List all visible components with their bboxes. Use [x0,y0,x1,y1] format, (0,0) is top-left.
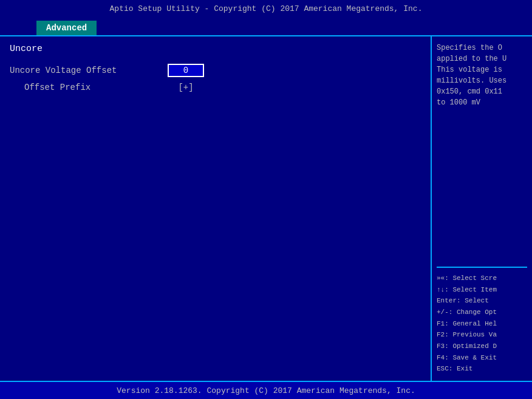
right-panel: Specifies the O applied to the U This vo… [432,36,532,381]
offset-prefix-row: Offset Prefix [+] [10,82,421,93]
uncore-voltage-offset-label: Uncore Voltage Offset [10,66,168,75]
offset-prefix-value[interactable]: [+] [168,82,204,93]
key-legend-line-6: F3: Optimized D [437,341,527,352]
offset-prefix-label: Offset Prefix [10,83,168,92]
tab-advanced[interactable]: Advanced [36,21,97,35]
key-legend-line-2: Enter: Select [437,295,527,307]
left-panel: Uncore Uncore Voltage Offset 0 Offset Pr… [0,36,432,381]
section-title: Uncore [10,44,421,54]
key-legend-line-0: »«: Select Scre [437,273,527,284]
key-legend-line-4: F1: General Hel [437,318,527,330]
key-legend-line-5: F2: Previous Va [437,329,527,341]
key-legend: »«: Select Scre ↑↓: Select Item Enter: S… [437,268,527,375]
main-wrapper: Uncore Uncore Voltage Offset 0 Offset Pr… [0,35,532,399]
key-legend-line-8: ESC: Exit [437,363,527,375]
tab-bar: Advanced [0,17,532,35]
main-content: Uncore Uncore Voltage Offset 0 Offset Pr… [0,35,532,381]
uncore-voltage-offset-value[interactable]: 0 [168,64,204,77]
title-bar: Aptio Setup Utility - Copyright (C) 2017… [0,0,532,17]
key-legend-line-1: ↑↓: Select Item [437,284,527,296]
key-legend-line-3: +/-: Change Opt [437,307,527,318]
title-text: Aptio Setup Utility - Copyright (C) 2017… [110,4,423,13]
uncore-voltage-offset-row: Uncore Voltage Offset 0 [10,64,421,77]
footer-text: Version 2.18.1263. Copyright (C) 2017 Am… [117,386,415,395]
footer-bar: Version 2.18.1263. Copyright (C) 2017 Am… [0,381,532,399]
help-text: Specifies the O applied to the U This vo… [437,43,527,268]
key-legend-line-7: F4: Save & Exit [437,352,527,364]
